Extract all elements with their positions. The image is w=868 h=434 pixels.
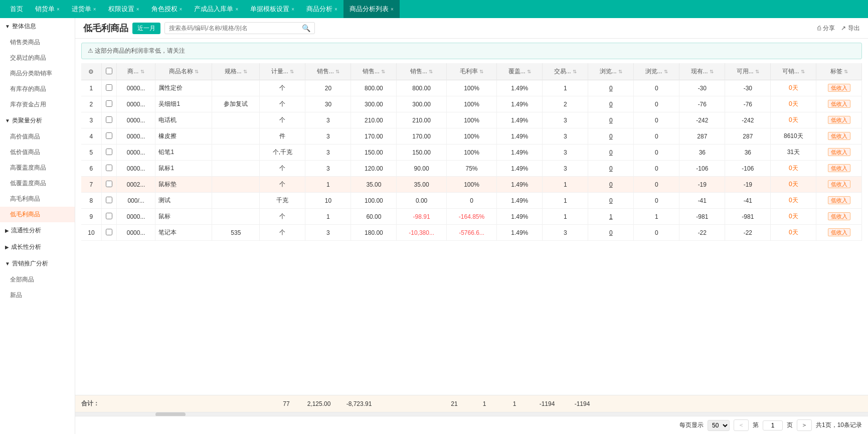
row-name[interactable]: 吴细细1: [155, 96, 212, 112]
row-name[interactable]: 鼠标垫: [155, 177, 212, 193]
close-analysis-list-icon[interactable]: ×: [391, 7, 394, 12]
nav-permission-settings[interactable]: 权限设置 ×: [102, 0, 145, 18]
row-checkbox[interactable]: [106, 149, 112, 155]
nav-product-entry[interactable]: 产成品入库单 ×: [188, 0, 244, 18]
sort-browse1-icon[interactable]: ⇅: [618, 69, 622, 74]
row-name[interactable]: 笔记本: [155, 225, 212, 241]
row-checkbox[interactable]: [106, 165, 112, 171]
row-checkbox[interactable]: [106, 132, 112, 139]
nav-product-analysis-list[interactable]: 商品分析列表 ×: [343, 0, 400, 18]
close-analysis-icon[interactable]: ×: [334, 7, 337, 12]
sidebar-group-cluster[interactable]: ▼ 类聚量分析: [0, 112, 75, 129]
close-purchase-order-icon[interactable]: ×: [93, 7, 96, 12]
sidebar-group-growth[interactable]: ▶ 成长性分析: [0, 239, 75, 255]
share-button[interactable]: ⎙ 分享: [817, 24, 835, 33]
close-permission-icon[interactable]: ×: [136, 7, 139, 12]
row-checkbox[interactable]: [106, 84, 112, 91]
sidebar-item-high-value[interactable]: 高价值商品: [0, 129, 75, 144]
sidebar-item-stocked-products[interactable]: 有库存的商品: [0, 81, 75, 97]
row-name[interactable]: 属性定价: [155, 80, 212, 96]
sort-profit-icon[interactable]: ⇅: [429, 69, 433, 74]
row-browse1: 0: [588, 177, 634, 193]
sidebar-item-stock-capital[interactable]: 库存资金占用: [0, 97, 75, 112]
prev-page-button[interactable]: ＜: [734, 419, 749, 431]
nav-product-analysis[interactable]: 商品分析 ×: [300, 0, 343, 18]
row-name[interactable]: 鼠标: [155, 209, 212, 225]
sort-name-icon[interactable]: ⇅: [195, 69, 199, 74]
sidebar-item-high-coverage[interactable]: 高覆盖度商品: [0, 160, 75, 176]
sidebar-item-high-margin[interactable]: 高毛利商品: [0, 191, 75, 207]
row-checkbox[interactable]: [106, 116, 112, 123]
sort-price-icon[interactable]: ⇅: [381, 69, 385, 74]
sidebar-item-low-coverage[interactable]: 低覆盖度商品: [0, 176, 75, 191]
horizontal-scrollbar[interactable]: [75, 412, 868, 416]
nav-role-auth[interactable]: 角色授权 ×: [145, 0, 189, 18]
search-icon[interactable]: 🔍: [302, 24, 310, 32]
sort-stock-icon[interactable]: ⇅: [710, 69, 714, 74]
page-number-input[interactable]: [763, 420, 783, 430]
close-template-icon[interactable]: ×: [291, 7, 294, 12]
table-row: 4 0000... 橡皮擦 件 3 170.00 170.00 100% 1.4…: [81, 128, 862, 144]
pagination-bar: 每页显示 50 ＜ 第 页 ＞ 共1页，10条记录: [75, 416, 868, 434]
row-current-stock: -41: [679, 193, 725, 209]
row-name[interactable]: 电话机: [155, 112, 212, 128]
row-gross-margin: 100%: [446, 144, 496, 161]
row-trade: 1: [543, 193, 588, 209]
nav-home[interactable]: 首页: [4, 0, 29, 18]
close-role-icon[interactable]: ×: [180, 7, 183, 12]
sort-trade-icon[interactable]: ⇅: [573, 69, 577, 74]
close-product-icon[interactable]: ×: [235, 7, 238, 12]
sort-qty-icon[interactable]: ⇅: [335, 69, 339, 74]
nav-template-settings[interactable]: 单据模板设置 ×: [244, 0, 300, 18]
row-checkbox[interactable]: [106, 229, 112, 235]
row-name[interactable]: 测试: [155, 193, 212, 209]
sort-available-icon[interactable]: ⇅: [755, 69, 759, 74]
row-browse2: 1: [634, 209, 679, 225]
nav-sales-order[interactable]: 销货单 ×: [29, 0, 66, 18]
row-no: 6: [81, 161, 101, 177]
export-button[interactable]: ↗ 导出: [841, 24, 860, 33]
next-page-button[interactable]: ＞: [797, 419, 812, 431]
tag-badge: 低收入: [828, 212, 850, 220]
row-checkbox[interactable]: [106, 100, 112, 107]
arrow-circulation-icon: ▶: [5, 228, 9, 233]
per-page-select[interactable]: 50: [708, 420, 730, 431]
row-name[interactable]: 橡皮擦: [155, 128, 212, 144]
row-checkbox[interactable]: [106, 213, 112, 219]
sidebar-item-traded-products[interactable]: 交易过的商品: [0, 50, 75, 66]
row-name[interactable]: 鼠标1: [155, 161, 212, 177]
sidebar-item-new-products[interactable]: 新品: [0, 287, 75, 303]
sidebar-group-circulation[interactable]: ▶ 流通性分析: [0, 222, 75, 239]
sidebar-group-marketing[interactable]: ▼ 营销推广分析: [0, 255, 75, 272]
sidebar-item-sales-products[interactable]: 销售类商品: [0, 35, 75, 50]
row-checkbox[interactable]: [106, 181, 112, 187]
row-checkbox-cell: [101, 128, 116, 144]
sidebar-item-low-value[interactable]: 低价值商品: [0, 144, 75, 160]
sidebar-group-overall[interactable]: ▼ 整体信息: [0, 18, 75, 35]
sort-coverage-icon[interactable]: ⇅: [527, 69, 531, 74]
sort-sellable-icon[interactable]: ⇅: [801, 69, 805, 74]
sort-tag-icon[interactable]: ⇅: [844, 69, 848, 74]
sidebar-item-low-margin[interactable]: 低毛利商品: [0, 207, 75, 222]
sort-browse2-icon[interactable]: ⇅: [664, 69, 668, 74]
row-browse2: 0: [634, 128, 679, 144]
search-input[interactable]: [169, 25, 302, 32]
col-settings[interactable]: ⚙: [81, 63, 101, 80]
row-browse1: 0: [588, 96, 634, 112]
select-all-checkbox[interactable]: [106, 68, 112, 74]
table-row: 5 0000... 铅笔1 个,千克 3 150.00 150.00 100% …: [81, 144, 862, 161]
col-select-all[interactable]: [101, 63, 116, 80]
close-sales-order-icon[interactable]: ×: [57, 7, 60, 12]
sort-code-icon[interactable]: ⇅: [140, 69, 144, 74]
sort-unit-icon[interactable]: ⇅: [290, 69, 294, 74]
sort-spec-icon[interactable]: ⇅: [243, 69, 247, 74]
row-checkbox[interactable]: [106, 197, 112, 203]
sort-margin-icon[interactable]: ⇅: [479, 69, 483, 74]
row-spec: [212, 177, 260, 193]
sidebar-item-category-rate[interactable]: 商品分类助销率: [0, 66, 75, 81]
tag-badge: 低收入: [828, 164, 850, 172]
filter-recent-month-button[interactable]: 近一月: [132, 23, 160, 34]
sidebar-item-all-products[interactable]: 全部商品: [0, 272, 75, 287]
row-name[interactable]: 铅笔1: [155, 144, 212, 161]
nav-purchase-order[interactable]: 进货单 ×: [66, 0, 102, 18]
